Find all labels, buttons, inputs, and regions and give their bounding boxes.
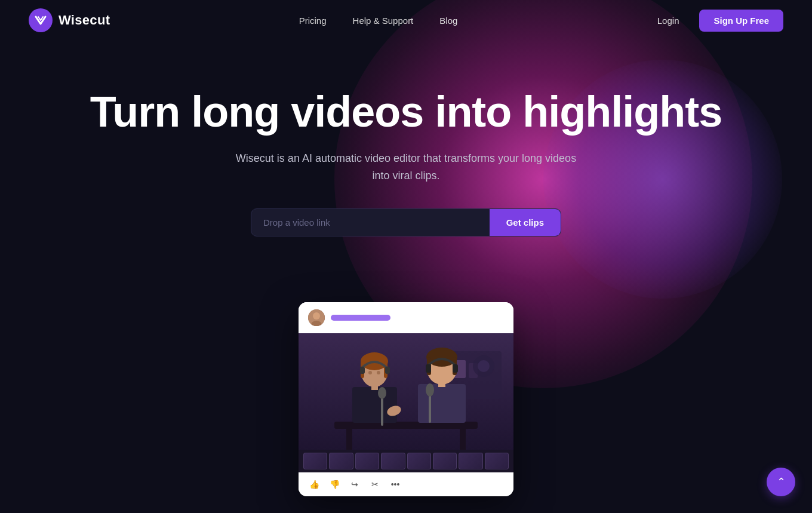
video-title-bar	[331, 315, 390, 321]
hero-section: Turn long videos into highlights Wisecut…	[0, 41, 812, 302]
timeline-thumb-5	[407, 453, 431, 469]
timeline-thumb-4	[381, 453, 405, 469]
nav-link-blog[interactable]: Blog	[429, 11, 468, 30]
nav-link-pricing[interactable]: Pricing	[288, 11, 337, 30]
like-icon[interactable]: 👍	[308, 478, 320, 490]
svg-rect-13	[460, 428, 466, 450]
nav-right: Login Sign Up Free	[647, 10, 783, 32]
video-card: 👍 👎 ↪ ✂ •••	[299, 302, 513, 496]
get-clips-button[interactable]: Get clips	[490, 209, 561, 236]
hero-title: Turn long videos into highlights	[12, 88, 800, 136]
timeline-thumb-6	[433, 453, 457, 469]
svg-point-35	[426, 383, 434, 397]
svg-rect-33	[453, 364, 458, 373]
svg-point-22	[368, 371, 372, 374]
timeline-thumb-2	[329, 453, 353, 469]
video-preview-section: 👍 👎 ↪ ✂ •••	[0, 302, 812, 496]
svg-rect-32	[426, 364, 431, 373]
svg-point-2	[313, 312, 320, 320]
video-actions: 👍 👎 ↪ ✂ •••	[299, 472, 513, 496]
timeline-thumb-8	[485, 453, 509, 469]
avatar	[308, 309, 325, 326]
logo[interactable]: Wisecut	[29, 8, 110, 32]
scroll-top-button[interactable]: ⌃	[767, 468, 795, 496]
svg-rect-24	[381, 396, 383, 426]
svg-rect-20	[360, 367, 365, 374]
hero-subtitle: Wisecut is an AI automatic video editor …	[227, 150, 585, 185]
video-link-input[interactable]	[251, 209, 490, 236]
chevron-up-icon: ⌃	[777, 475, 786, 489]
nav-link-help-support[interactable]: Help & Support	[342, 11, 425, 30]
svg-rect-21	[385, 367, 390, 374]
svg-point-23	[377, 371, 380, 374]
svg-rect-12	[346, 428, 352, 450]
logo-icon	[29, 8, 53, 32]
nav-links: Pricing Help & Support Blog	[288, 11, 469, 30]
svg-point-25	[378, 387, 386, 399]
timeline-strip	[299, 450, 513, 472]
timeline-thumb-3	[355, 453, 379, 469]
svg-rect-14	[352, 387, 397, 423]
navbar: Wisecut Pricing Help & Support Blog Logi…	[0, 0, 812, 41]
svg-rect-34	[429, 393, 431, 423]
share-icon[interactable]: ↪	[349, 478, 361, 490]
podcast-scene-svg	[299, 333, 513, 450]
video-link-form: Get clips	[251, 208, 561, 236]
video-card-header	[299, 302, 513, 333]
video-thumbnail	[299, 333, 513, 450]
login-link[interactable]: Login	[647, 11, 690, 30]
brand-name: Wisecut	[59, 13, 110, 28]
timeline-thumb-7	[459, 453, 482, 469]
signup-button[interactable]: Sign Up Free	[699, 10, 783, 32]
clip-icon[interactable]: ✂	[369, 478, 381, 490]
svg-rect-26	[418, 384, 466, 423]
svg-point-10	[478, 360, 490, 372]
timeline-thumb-1	[303, 453, 327, 469]
more-icon[interactable]: •••	[389, 478, 401, 490]
dislike-icon[interactable]: 👎	[328, 478, 340, 490]
